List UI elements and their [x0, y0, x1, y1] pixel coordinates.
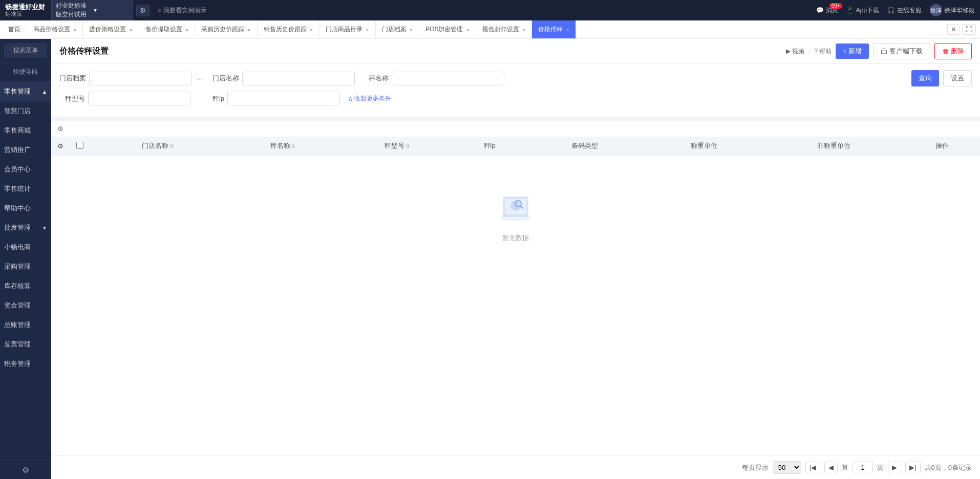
- sidebar-item-retail-stats[interactable]: 零售统计: [0, 179, 51, 199]
- store-profile-input[interactable]: [89, 72, 191, 85]
- store-name-input[interactable]: [242, 72, 355, 85]
- scale-ip-input[interactable]: [227, 92, 340, 105]
- sidebar: 搜索菜单 快捷导航 零售管理 ▲ 智慧门店 零售商城 营销推广 会员中心 零售统…: [0, 39, 51, 479]
- messages-button[interactable]: 💬 消息 99+: [816, 6, 838, 15]
- table-head: ⚙ 门店名称 ⇅ 秤名称 ⇅ 秤型号 ⇅ 秤ip 条码类型 称重单位 非称重单位…: [51, 137, 980, 156]
- sidebar-item-general-ledger[interactable]: 总账管理: [0, 315, 51, 335]
- scale-ip-label: 秤ip: [199, 94, 224, 103]
- main-layout: 搜索菜单 快捷导航 零售管理 ▲ 智慧门店 零售商城 营销推广 会员中心 零售统…: [0, 39, 980, 479]
- tab-expand-button[interactable]: ⛶: [962, 24, 976, 35]
- tab-min-discount[interactable]: 最低折扣设置 ×: [476, 20, 532, 38]
- page-title: 价格传秤设置: [59, 46, 109, 57]
- tab-store-catalog[interactable]: 门店商品目录 ×: [319, 20, 375, 38]
- sidebar-item-member[interactable]: 会员中心: [0, 160, 51, 179]
- sidebar-item-marketing[interactable]: 营销推广: [0, 140, 51, 160]
- select-all-checkbox[interactable]: [76, 142, 83, 149]
- page-last-button[interactable]: ▶|: [905, 462, 920, 473]
- th-weight-unit: 称重单位: [644, 137, 763, 156]
- tab-sale-history[interactable]: 销售历史价跟踪 ×: [258, 20, 319, 38]
- sort-scale-name[interactable]: 秤名称 ⇅: [270, 141, 295, 150]
- user-area[interactable]: 徐泽 徐泽华修改: [930, 4, 975, 16]
- th-checkbox: [70, 137, 90, 156]
- video-link[interactable]: ▶ 视频: [786, 47, 804, 56]
- tab-store-profile[interactable]: 门店档案 ×: [376, 20, 419, 38]
- sidebar-item-retail[interactable]: 零售管理 ▲: [0, 82, 51, 101]
- page-first-button[interactable]: |◀: [805, 462, 820, 473]
- tab-close-all-button[interactable]: ✕: [947, 24, 960, 35]
- th-operation: 操作: [904, 137, 980, 156]
- page-input[interactable]: [853, 462, 873, 473]
- sidebar-item-smart-store[interactable]: 智慧门店: [0, 101, 51, 121]
- quick-nav-button[interactable]: 快捷导航: [0, 64, 51, 79]
- gear-icon: ⚙: [140, 7, 146, 14]
- store-profile-label: 门店档案: [59, 74, 86, 83]
- tab-close-purchase-strategy[interactable]: ×: [129, 27, 132, 33]
- tab-price-scale[interactable]: 价格传秤 ×: [532, 20, 576, 38]
- tab-pos-management[interactable]: POS加密管理 ×: [419, 20, 476, 38]
- sidebar-item-inventory[interactable]: 库存核算: [0, 276, 51, 296]
- store-name-label: 门店名称: [212, 74, 239, 83]
- sidebar-item-help[interactable]: 帮助中心: [0, 199, 51, 218]
- delete-icon: 🗑: [942, 48, 949, 55]
- delete-button[interactable]: 🗑 删除: [934, 43, 972, 59]
- tab-close-store-catalog[interactable]: ×: [366, 27, 369, 33]
- query-button[interactable]: 查询: [911, 70, 939, 86]
- page-next-button[interactable]: ▶: [888, 462, 901, 473]
- search-menu-button[interactable]: 搜索菜单: [4, 43, 47, 58]
- version-selector[interactable]: 好业财标准版交付试用 ▾: [51, 0, 133, 21]
- tab-close-price-scale[interactable]: ×: [566, 27, 569, 33]
- tab-close-pos-management[interactable]: ×: [466, 27, 469, 33]
- tab-close-min-discount[interactable]: ×: [522, 27, 525, 33]
- empty-icon: [490, 186, 541, 227]
- sidebar-item-purchase[interactable]: 采购管理: [0, 257, 51, 276]
- tab-close-sale-extract[interactable]: ×: [185, 27, 188, 33]
- tab-close-purchase-history[interactable]: ×: [247, 27, 250, 33]
- collapse-area: ∧ 收起更多条件: [348, 94, 972, 103]
- tab-purchase-history[interactable]: 采购历史价跟踪 ×: [195, 20, 257, 38]
- tab-purchase-strategy[interactable]: 进价策略设置 ×: [83, 20, 139, 38]
- sidebar-item-tax[interactable]: 税务管理: [0, 354, 51, 374]
- total-info: 共0页，0条记录: [925, 463, 972, 472]
- sort-store-name[interactable]: 门店名称 ⇅: [142, 141, 174, 150]
- sidebar-item-online-retail[interactable]: 零售商城: [0, 121, 51, 140]
- sidebar-item-ecommerce[interactable]: 小畅电商: [0, 237, 51, 257]
- form-row-2: 秤型号 秤ip ∧ 收起更多条件: [59, 92, 972, 105]
- per-page-select[interactable]: 50 10 20 100: [773, 461, 801, 474]
- sort-icon: ⇅: [169, 143, 174, 149]
- demo-link[interactable]: ○ 我要看实例演示: [158, 6, 206, 15]
- version-settings-button[interactable]: ⚙: [136, 5, 150, 16]
- gear-icon[interactable]: ⚙: [57, 125, 63, 133]
- search-form: 门店档案 ··· 门店名称 秤名称 查询 设置: [51, 64, 980, 117]
- data-table: ⚙ 门店名称 ⇅ 秤名称 ⇅ 秤型号 ⇅ 秤ip 条码类型 称重单位 非称重单位…: [51, 137, 980, 156]
- tab-close-store-profile[interactable]: ×: [410, 27, 413, 33]
- help-link[interactable]: ? 帮助: [814, 47, 832, 56]
- sort-icon: ⇅: [291, 143, 295, 149]
- tab-close-price-settings[interactable]: ×: [73, 27, 76, 33]
- collapse-button[interactable]: ∧ 收起更多条件: [348, 94, 391, 103]
- tab-home[interactable]: 首页: [2, 20, 27, 38]
- form-item-scale-model: 秤型号: [59, 92, 190, 105]
- sidebar-settings-button[interactable]: ⚙: [22, 465, 29, 475]
- page-header-actions: ▶ 视频 | ? 帮助 + 新增 凸 客户端下载 🗑 删除: [786, 43, 972, 59]
- store-profile-ellipsis[interactable]: ···: [195, 75, 204, 82]
- settings-button[interactable]: 设置: [943, 70, 972, 86]
- chevron-up-icon: ∧: [348, 95, 353, 102]
- sidebar-item-finance[interactable]: 资金管理: [0, 296, 51, 315]
- page-prev-button[interactable]: ◀: [824, 462, 838, 473]
- add-button[interactable]: + 新增: [836, 43, 869, 59]
- tab-price-settings[interactable]: 商品价格设置 ×: [27, 20, 83, 38]
- scale-model-input[interactable]: [88, 92, 190, 105]
- sidebar-item-invoice[interactable]: 发票管理: [0, 335, 51, 354]
- scale-name-input[interactable]: [392, 72, 504, 85]
- sidebar-item-wholesale[interactable]: 批发管理 ▼: [0, 218, 51, 237]
- table-container: ⚙ 门店名称 ⇅ 秤名称 ⇅ 秤型号 ⇅ 秤ip 条码类型 称重单位 非称重单位…: [51, 137, 980, 455]
- avatar: 徐泽: [930, 4, 942, 16]
- scale-name-label: 秤名称: [363, 74, 389, 83]
- tab-bar-actions: ✕ ⛶: [945, 24, 978, 35]
- app-download-button[interactable]: 📱 App下载: [846, 6, 879, 15]
- download-button[interactable]: 凸 客户端下载: [873, 43, 930, 59]
- online-service-button[interactable]: 🎧 在线客服: [887, 6, 922, 15]
- sort-scale-model[interactable]: 秤型号 ⇅: [385, 141, 410, 150]
- tab-close-sale-history[interactable]: ×: [310, 27, 313, 33]
- tab-sale-extract[interactable]: 售价提取设置 ×: [139, 20, 195, 38]
